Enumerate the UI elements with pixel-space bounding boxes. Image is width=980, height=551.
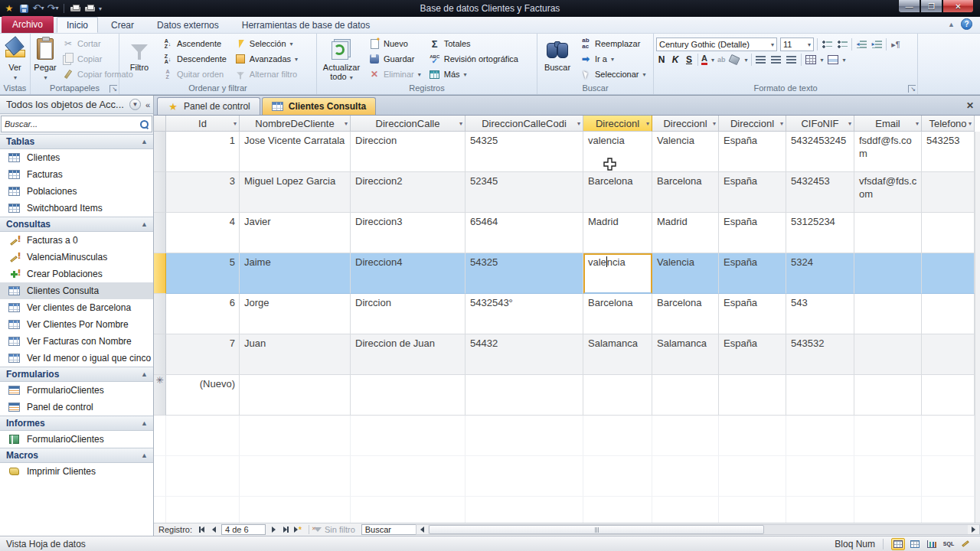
bullets-icon[interactable] [821,38,833,51]
align-center-icon[interactable] [770,54,782,66]
cell-r1c5[interactable]: valencia [583,132,652,172]
column-dropdown-icon[interactable]: ▾ [780,120,783,127]
column-dropdown-icon[interactable]: ▾ [646,120,649,127]
cell-r6c8[interactable]: 543532 [786,334,854,375]
cell-r4c7[interactable]: España [719,253,786,294]
column-header-email-8[interactable]: Email▾ [854,116,922,132]
cell-r5c5[interactable]: Barcelona [583,294,652,334]
cell-r6c1[interactable]: 7 [166,334,240,375]
cell-r3c8[interactable]: 53125234 [786,213,854,253]
redo-icon[interactable]: ↷▾ [47,3,58,14]
italic-button[interactable]: K [670,54,681,65]
save-icon[interactable] [18,3,29,14]
cell-r1c10[interactable]: 543253 [922,132,975,172]
cell-r6c5[interactable]: Salamanca [583,334,652,375]
new-row-selector[interactable]: ✳ [154,375,166,416]
delete-record-button[interactable]: ✕Eliminar▾ [365,67,424,82]
last-record-button[interactable] [279,524,292,535]
select-button[interactable]: Seleccionar▾ [577,67,649,82]
cell-r2c8[interactable]: 5432453 [786,172,854,213]
cell-r2c2[interactable]: Miguel Lopez Garcia [240,172,351,213]
column-header-telefono-9[interactable]: Telefono▾ [922,116,975,132]
nav-item-clientes-consulta[interactable]: Clientes Consulta [0,282,153,299]
vertical-scrollbar[interactable] [975,132,980,523]
replace-button[interactable]: abacReemplazar [577,36,649,51]
nav-section-consultas[interactable]: Consultas▲ [0,217,153,232]
minimize-ribbon-icon[interactable]: ▲ [948,21,955,28]
help-icon[interactable]: ? [961,18,972,30]
numbering-icon[interactable] [836,38,848,51]
column-dropdown-icon[interactable]: ▾ [234,120,237,127]
print-icon[interactable] [70,3,80,14]
pivottable-view-icon[interactable] [908,538,922,550]
cell-r3c1[interactable]: 4 [166,213,240,253]
row-selector[interactable] [154,132,166,172]
cell-r1c2[interactable]: Jose Vicente Carratala [240,132,351,172]
increase-indent-icon[interactable] [871,38,883,51]
clipboard-dialog-launcher[interactable]: ↘ [109,85,117,93]
minimize-button[interactable]: — [898,0,920,13]
cell-r4c9[interactable] [854,253,922,294]
file-tab[interactable]: Archivo [2,16,54,33]
font-size-combo[interactable]: 11▾ [780,37,814,51]
toggle-filter-button[interactable]: Alternar filtro [231,67,301,82]
doc-tab-panel-de-control[interactable]: ★Panel de control [157,97,260,115]
cell-r5c2[interactable]: Jorge [240,294,351,334]
scrollbar-thumb[interactable] [429,525,764,534]
column-dropdown-icon[interactable]: ▾ [713,120,716,127]
cell-new-c2[interactable] [240,375,351,416]
cell-r6c3[interactable]: Direccion de Juan [351,334,466,375]
cell-r5c10[interactable] [922,294,975,334]
cell-r2c4[interactable]: 52345 [466,172,583,213]
align-left-icon[interactable] [755,54,767,66]
nav-item-switchboard-items[interactable]: Switchboard Items [0,200,153,217]
text-format-dialog-launcher[interactable]: ↘ [908,85,916,93]
cell-r3c9[interactable] [854,213,922,253]
nav-item-ver-clientes-por-nombre[interactable]: Ver Clientes Por Nombre [0,316,153,333]
cell-new-c8[interactable] [786,375,854,416]
save-record-button[interactable]: Guardar [365,51,424,67]
cell-r4c1[interactable]: 5 [166,253,240,294]
design-view-icon[interactable] [959,538,972,550]
collapse-section-icon[interactable]: ▲ [141,370,147,378]
nav-item-panel-de-control[interactable]: Panel de control [0,399,153,416]
cell-r4c8[interactable]: 5324 [786,253,854,294]
cell-r3c7[interactable]: España [719,213,786,253]
cell-r6c10[interactable] [922,334,975,375]
view-button[interactable]: Ver▾ [2,35,28,83]
cell-r5c4[interactable]: 5432543° [466,294,583,334]
collapse-section-icon[interactable]: ▲ [141,419,147,427]
column-dropdown-icon[interactable]: ▾ [916,120,919,127]
cell-r5c3[interactable]: Dirccion [351,294,466,334]
column-header-id-0[interactable]: Id▾ [166,116,240,132]
cell-r4c4[interactable]: 54325 [466,253,583,294]
sql-view-icon[interactable]: SQL [942,538,956,550]
nav-section-informes[interactable]: Informes▲ [0,416,153,431]
scroll-left-icon[interactable] [416,525,428,534]
nav-item-formularioclientes[interactable]: FormularioClientes [0,431,153,448]
find-button[interactable]: Buscar [540,35,575,72]
column-header-direccioncalle-2[interactable]: DireccionCalle▾ [351,116,466,132]
column-dropdown-icon[interactable]: ▾ [969,120,972,127]
cell-r4c3[interactable]: Direccion4 [351,253,466,294]
cell-r3c3[interactable]: Direccion3 [351,213,466,253]
alternate-fill-icon[interactable] [827,54,839,66]
ribbon-tab-inicio[interactable]: Inicio [57,17,98,33]
record-search-input[interactable]: Buscar [361,524,421,535]
doc-tab-clientes-consulta[interactable]: Clientes Consulta [262,97,376,115]
close-document-icon[interactable]: ✕ [966,100,974,111]
nav-section-macros[interactable]: Macros▲ [0,448,153,463]
close-button[interactable]: ✕ [942,0,974,13]
cell-r2c5[interactable]: Barcelona [583,172,652,213]
nav-item-ver-id-menor-o-igual-que-cinco[interactable]: Ver Id menor o igual que cinco [0,350,153,367]
sort-ascending-button[interactable]: AZ↓Ascendente [158,36,230,51]
cell-r3c10[interactable] [922,213,975,253]
nav-item-imprimir-clientes[interactable]: Imprimir Clientes [0,463,153,480]
cell-new-c6[interactable] [652,375,719,416]
spelling-button[interactable]: ABC✓Revisión ortográfica [426,51,521,67]
datasheet-select-all[interactable] [154,116,166,132]
column-header-cifonif-7[interactable]: CIFoNIF▾ [786,116,854,132]
column-dropdown-icon[interactable]: ▾ [459,120,462,127]
nav-item-crear-poblaciones[interactable]: Crear Poblaciones [0,266,153,282]
cell-r6c4[interactable]: 54432 [466,334,583,375]
